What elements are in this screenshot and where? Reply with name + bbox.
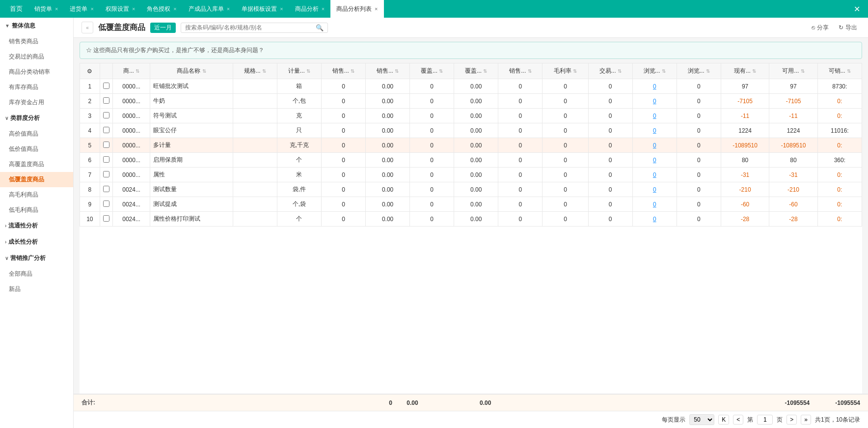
sidebar-item-traded-products[interactable]: 交易过的商品 [0, 49, 73, 64]
nav-product-analysis-list[interactable]: 商品分析列表 × [330, 0, 383, 18]
row-name[interactable]: 测试提成 [150, 197, 233, 212]
nav-purchase-order[interactable]: 进货单 × [64, 0, 99, 18]
row-checkbox[interactable] [103, 215, 109, 222]
sidebar-item-in-stock[interactable]: 有库存商品 [0, 80, 73, 95]
unit-column-header[interactable]: 计量... ⇅ [277, 63, 321, 79]
sellable-column-header[interactable]: 可销... ⇅ [817, 63, 862, 79]
nav-template-settings[interactable]: 单据模板设置 × [236, 0, 289, 18]
row-view1[interactable]: 0 [632, 123, 677, 138]
sidebar-item-new-products[interactable]: 新品 [0, 282, 73, 297]
view2-column-header[interactable]: 浏览... ⇅ [677, 63, 721, 79]
sidebar-section-marketing[interactable]: ∨ 营销推广分析 [0, 250, 73, 266]
window-close-button[interactable]: ✕ [850, 4, 864, 14]
row-view1[interactable]: 0 [632, 212, 677, 227]
row-view1[interactable]: 0 [632, 94, 677, 109]
row-checkbox[interactable] [103, 186, 109, 192]
nav-role-auth[interactable]: 角色授权 × [141, 0, 182, 18]
sidebar-item-high-coverage[interactable]: 高覆盖度商品 [0, 157, 73, 172]
nav-close-icon[interactable]: × [280, 6, 283, 12]
cover1-column-header[interactable]: 覆盖... ⇅ [410, 63, 454, 79]
sidebar-section-liquidity[interactable]: › 流通性分析 [0, 218, 73, 234]
row-transaction: 0 [588, 138, 632, 153]
sidebar-item-low-value[interactable]: 低价值商品 [0, 142, 73, 157]
available-stock-column-header[interactable]: 可用... ⇅ [769, 63, 817, 79]
sidebar-item-all-products[interactable]: 全部商品 [0, 266, 73, 282]
transaction-column-header[interactable]: 交易... ⇅ [588, 63, 632, 79]
first-page-button[interactable]: K [718, 415, 729, 425]
search-input[interactable] [185, 24, 316, 31]
row-name[interactable]: 启用保质期 [150, 153, 233, 168]
row-view1[interactable]: 0 [632, 182, 677, 197]
sidebar-item-capital-occupy[interactable]: 库存资金占用 [0, 95, 73, 110]
row-view1[interactable]: 0 [632, 79, 677, 94]
nav-sales-order[interactable]: 销货单 × [28, 0, 64, 18]
cover2-column-header[interactable]: 覆盖... ⇅ [454, 63, 498, 79]
sales-amount-column-header[interactable]: 销售... ⇅ [366, 63, 410, 79]
gross-margin-column-header[interactable]: 毛利率 ⇅ [542, 63, 588, 79]
nav-close-icon[interactable]: × [227, 6, 230, 12]
row-checkbox[interactable] [103, 156, 109, 163]
nav-product-inbound[interactable]: 产成品入库单 × [183, 0, 236, 18]
export-button[interactable]: ↻ 导出 [836, 22, 860, 33]
sidebar-section-growth[interactable]: › 成长性分析 [0, 234, 73, 250]
row-name[interactable]: 属性价格打印测试 [150, 212, 233, 227]
name-column-header[interactable]: 商品名称 ⇅ [150, 63, 233, 79]
nav-close-icon[interactable]: × [90, 6, 93, 12]
nav-close-icon[interactable]: × [322, 6, 325, 12]
search-icon[interactable]: 🔍 [316, 24, 324, 31]
last-page-button[interactable]: » [801, 415, 811, 425]
sidebar-item-low-coverage[interactable]: 低覆盖度商品 [0, 172, 73, 187]
view1-column-header[interactable]: 浏览... ⇅ [632, 63, 677, 79]
nav-permission-settings[interactable]: 权限设置 × [100, 0, 141, 18]
search-box: 🔍 [181, 23, 328, 33]
nav-close-icon[interactable]: × [375, 6, 378, 12]
time-filter-button[interactable]: 近一月 [150, 23, 176, 33]
sidebar-item-category-turnover[interactable]: 商品分类动销率 [0, 64, 73, 80]
sidebar-item-high-value[interactable]: 高价值商品 [0, 126, 73, 142]
row-name[interactable]: 属性 [150, 168, 233, 182]
row-checkbox[interactable] [103, 97, 109, 104]
row-checkbox[interactable] [103, 127, 109, 133]
page-size-select[interactable]: 50 20 100 [689, 414, 714, 425]
row-checkbox[interactable] [103, 83, 109, 89]
sidebar-item-low-margin[interactable]: 低毛利商品 [0, 202, 73, 218]
page-number-input[interactable] [757, 415, 773, 425]
nav-close-icon[interactable]: × [55, 6, 58, 12]
row-view1[interactable]: 0 [632, 109, 677, 123]
spec-column-header[interactable]: 规格... ⇅ [233, 63, 277, 79]
nav-home[interactable]: 首页 [4, 0, 28, 18]
nav-close-icon[interactable]: × [132, 6, 135, 12]
row-view1[interactable]: 0 [632, 168, 677, 182]
code-column-header[interactable]: 商... ⇅ [112, 63, 150, 79]
sales3-column-header[interactable]: 销售... ⇅ [498, 63, 542, 79]
row-name[interactable]: 多计量 [150, 138, 233, 153]
row-checkbox[interactable] [103, 200, 109, 207]
row-name[interactable]: 眼宝公仔 [150, 123, 233, 138]
row-checkbox[interactable] [103, 112, 109, 118]
current-stock-column-header[interactable]: 现有... ⇅ [721, 63, 769, 79]
share-button[interactable]: ⎋ 分享 [809, 22, 832, 33]
row-checkbox[interactable] [103, 171, 109, 177]
sidebar-collapse-button[interactable]: « [81, 22, 93, 33]
row-name[interactable]: 符号测试 [150, 109, 233, 123]
sales-qty-column-header[interactable]: 销售... ⇅ [321, 63, 365, 79]
nav-close-icon[interactable]: × [173, 6, 176, 12]
row-cover1: 0 [410, 153, 454, 168]
row-view1[interactable]: 0 [632, 153, 677, 168]
row-sales-amount: 0.00 [366, 197, 410, 212]
sidebar-item-sales-products[interactable]: 销售类商品 [0, 34, 73, 49]
row-name[interactable]: 测试数量 [150, 182, 233, 197]
sidebar-item-high-margin[interactable]: 高毛利商品 [0, 187, 73, 202]
row-checkbox[interactable] [103, 142, 109, 148]
row-view1[interactable]: 0 [632, 138, 677, 153]
nav-product-analysis[interactable]: 商品分析 × [289, 0, 330, 18]
row-view1[interactable]: 0 [632, 197, 677, 212]
sidebar-section-overall[interactable]: ▼ 整体信息 [0, 18, 73, 34]
prev-page-button[interactable]: < [733, 415, 743, 425]
sidebar-section-group-analysis[interactable]: ∨ 类群度分析 [0, 110, 73, 126]
row-name[interactable]: 旺铺批次测试 [150, 79, 233, 94]
row-cover2: 0.00 [454, 94, 498, 109]
next-page-button[interactable]: > [787, 415, 797, 425]
row-name[interactable]: 牛奶 [150, 94, 233, 109]
settings-column-header[interactable]: ⚙ [80, 63, 100, 79]
